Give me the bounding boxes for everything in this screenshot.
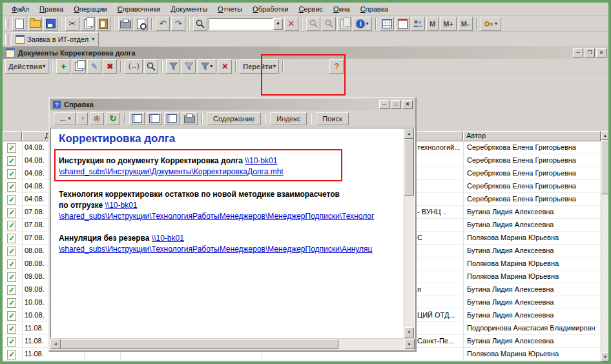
- new-document-button[interactable]: [12, 17, 26, 31]
- print-topic-button[interactable]: [181, 112, 198, 125]
- restore-button[interactable]: ❐: [585, 48, 595, 57]
- menu-item-обработки[interactable]: Обработки: [247, 3, 293, 15]
- annulation-link-path[interactable]: \shared_subs\Инструкции\ТехнологияРаботы…: [59, 245, 372, 254]
- search-input[interactable]: [209, 18, 273, 30]
- table-grid-button[interactable]: [380, 17, 394, 31]
- section-title: Технология корректировки остатков по нов…: [59, 190, 340, 199]
- menu-item-сервис[interactable]: Сервис: [293, 3, 328, 15]
- posted-document-icon: ✓: [7, 182, 16, 192]
- technology-link-server[interactable]: \\10-bk01: [105, 201, 138, 210]
- stop-button[interactable]: ⊗: [90, 112, 104, 125]
- scroll-left-button[interactable]: ◄: [50, 339, 61, 349]
- column-header-icon[interactable]: [3, 131, 22, 141]
- posted-document-icon: ✓: [7, 234, 16, 243]
- copy-fragment-button[interactable]: [337, 17, 351, 31]
- info-button[interactable]: i▾: [353, 17, 372, 31]
- technology-link-path[interactable]: \shared_subs\Инструкции\ТехнологияРаботы…: [59, 212, 374, 221]
- minimize-button[interactable]: ─: [573, 48, 583, 57]
- copy-fragment-icon: [340, 19, 348, 28]
- scroll-up-button[interactable]: ▲: [404, 128, 414, 139]
- save-button[interactable]: [43, 17, 57, 31]
- add-icon: +: [61, 61, 66, 72]
- memory-m-plus-button[interactable]: M+: [440, 17, 457, 31]
- redo-button[interactable]: ↷: [171, 17, 185, 31]
- set-interval-button[interactable]: (↔): [125, 59, 143, 74]
- cut-button[interactable]: ✂: [65, 17, 79, 31]
- chevron-down-icon[interactable]: ▾: [273, 18, 283, 30]
- find-next-button[interactable]: [306, 17, 320, 31]
- help-vscrollbar[interactable]: ▲ ▼: [404, 128, 414, 338]
- minimize-button[interactable]: ─: [379, 100, 389, 109]
- refresh-button[interactable]: ↻: [106, 112, 120, 125]
- annulation-link-server[interactable]: \\10-bk01: [152, 234, 184, 243]
- index-button[interactable]: Индекс: [270, 112, 307, 125]
- toolbar-grip[interactable]: [5, 34, 8, 45]
- show-pane-button[interactable]: [129, 112, 145, 125]
- help-hscrollbar[interactable]: ◄ ►: [50, 339, 415, 350]
- cell-author: Бутина Лидия Алексеевна: [467, 296, 599, 308]
- back-button[interactable]: ←▾: [54, 112, 76, 125]
- clear-filter-button[interactable]: ✕: [218, 59, 232, 74]
- memory-m-button[interactable]: M: [426, 17, 439, 31]
- scroll-right-button[interactable]: ►: [404, 339, 415, 349]
- menu-item-отчеты[interactable]: Отчеты: [212, 3, 247, 15]
- access-key-button[interactable]: ▾: [481, 17, 501, 31]
- cell-date: 08.08.: [25, 258, 45, 270]
- scroll-thumb[interactable]: [404, 139, 414, 196]
- help-window-titlebar[interactable]: ? Справка ─ □ ✕: [50, 99, 415, 110]
- maximize-button[interactable]: □: [391, 100, 401, 109]
- show-pane-2-button[interactable]: [147, 112, 162, 125]
- column-header-Автор[interactable]: Автор: [463, 131, 601, 141]
- filter-settings-button[interactable]: [181, 59, 196, 74]
- scroll-thumb[interactable]: [601, 140, 608, 194]
- service-tab-it-request[interactable]: Заявка в ИТ-отдел ▾: [11, 32, 99, 46]
- print-preview-button[interactable]: [134, 17, 148, 31]
- print-button[interactable]: [118, 17, 132, 31]
- menu-item-операции[interactable]: Операции: [68, 3, 112, 15]
- table-vscrollbar[interactable]: ▲ ▼: [601, 131, 608, 361]
- refresh-icon: ↻: [110, 114, 117, 123]
- menu-item-файл[interactable]: Файл: [6, 3, 34, 15]
- menu-item-окна[interactable]: Окна: [328, 3, 355, 15]
- table-row[interactable]: ✓11.08.техническ...Подпоринова Анастасия…: [3, 361, 601, 361]
- contents-button[interactable]: Содержание: [207, 112, 261, 125]
- cell-date: 04.08.: [25, 167, 45, 179]
- add-button[interactable]: +: [56, 59, 70, 74]
- menu-item-справочники[interactable]: Справочники: [112, 3, 166, 15]
- find-previous-button[interactable]: [322, 17, 336, 31]
- filter-history-button[interactable]: ▾: [197, 59, 216, 74]
- forward-button[interactable]: ▾: [78, 112, 88, 125]
- menu-item-правка[interactable]: Правка: [34, 3, 68, 15]
- copy-icon: [84, 19, 92, 28]
- search-button[interactable]: Поиск: [316, 112, 348, 125]
- scroll-up-button[interactable]: ▲: [601, 131, 608, 140]
- paste-button[interactable]: [96, 17, 110, 31]
- cell-kontragent-fragment: технологий...: [417, 141, 460, 154]
- toolbar-grip[interactable]: [5, 19, 8, 29]
- edit-button[interactable]: ✎: [87, 59, 101, 74]
- open-in-window-button[interactable]: [164, 112, 180, 125]
- separator: [189, 18, 190, 30]
- copy-row-button[interactable]: [72, 59, 86, 74]
- close-button[interactable]: ✕: [596, 48, 606, 57]
- memory-m-minus-button[interactable]: M-: [458, 17, 473, 31]
- menu-item-документы[interactable]: Документы: [165, 3, 212, 15]
- open-button[interactable]: [28, 17, 42, 31]
- scroll-down-button[interactable]: ▼: [404, 327, 414, 338]
- form-icon: [16, 35, 25, 44]
- delete-button[interactable]: ✖: [103, 59, 117, 74]
- find-button[interactable]: [193, 17, 207, 31]
- copy-button[interactable]: [81, 17, 95, 31]
- actions-button[interactable]: Действия▾: [5, 59, 48, 74]
- calendar-button[interactable]: [395, 17, 409, 31]
- close-button[interactable]: ✕: [402, 100, 413, 109]
- users-button[interactable]: [411, 17, 425, 31]
- clear-filter-icon: ✕: [222, 62, 228, 71]
- scroll-thumb[interactable]: [61, 339, 338, 349]
- filter-by-value-button[interactable]: [166, 59, 180, 74]
- find-in-list-button[interactable]: [144, 59, 158, 74]
- menu-item-справка[interactable]: Справка: [355, 3, 393, 15]
- scroll-down-button[interactable]: ▼: [601, 352, 608, 361]
- clear-search-button[interactable]: ✕: [284, 17, 298, 31]
- undo-button[interactable]: ↶: [156, 17, 170, 31]
